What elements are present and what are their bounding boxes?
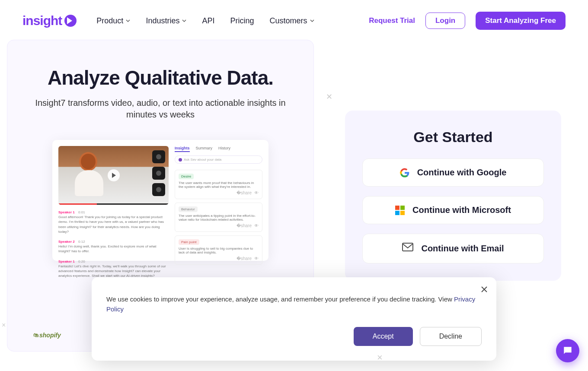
continue-google-button[interactable]: Continue with Google [362, 159, 544, 187]
mock-tab-summary: Summary [196, 146, 213, 152]
insight-card: Behavior The user anticipates a tipping … [175, 203, 262, 232]
chat-widget-button[interactable] [556, 339, 579, 362]
nav-item-label: Customers [269, 16, 307, 25]
nav-item-label: API [202, 16, 214, 25]
cookie-actions: Accept Decline [106, 327, 482, 346]
signup-card: Get Started Continue with Google Continu… [345, 111, 561, 281]
mock-tab-insights: Insights [175, 146, 190, 152]
insight-tag: Behavior [179, 206, 198, 212]
mock-insights-panel: Insights Summary History Ask Sev about y… [175, 146, 262, 255]
close-icon[interactable]: × [377, 352, 383, 363]
timestamp: 0:12 [78, 240, 85, 244]
transcript-text: Fantastic! Let's dive right in. Today, w… [58, 264, 166, 278]
nav-left: insight Product Industries API Pricing C… [22, 13, 314, 28]
hero-title: Analyze Qualitative Data. [25, 66, 296, 89]
mock-video-player [58, 146, 169, 205]
mock-search-placeholder: Ask Sev about your data [184, 158, 221, 162]
google-icon [400, 168, 409, 178]
share-icon: �share [236, 256, 252, 261]
timestamp: 0:20 [78, 260, 85, 263]
insight-body: User is struggling to sell to big compan… [179, 247, 259, 254]
auth-label: Continue with Email [421, 244, 504, 254]
insight-card: Desire The user wants more proof that th… [175, 170, 262, 199]
chevron-down-icon [182, 19, 186, 23]
share-icon: �share [236, 223, 252, 228]
chat-icon [562, 345, 573, 356]
cookie-banner: We use cookies to improve your experienc… [92, 277, 496, 361]
nav-menu: Product Industries API Pricing Customers [96, 16, 314, 25]
auth-label: Continue with Google [417, 168, 507, 178]
insight-card: Pain point User is struggling to sell to… [175, 235, 262, 265]
nav-item-label: Industries [146, 16, 179, 25]
nav-item-product[interactable]: Product [96, 16, 130, 25]
nav-item-customers[interactable]: Customers [269, 16, 314, 25]
nav-item-industries[interactable]: Industries [146, 16, 186, 25]
svg-rect-0 [403, 243, 413, 251]
logo-mark-icon [64, 15, 77, 27]
cookie-text: We use cookies to improve your experienc… [106, 295, 482, 314]
eye-icon: 👁 [254, 256, 259, 261]
mock-progress-bar [58, 203, 169, 205]
transcript-text: Good afternoon! Thank you for joining us… [58, 215, 164, 234]
nav-item-label: Pricing [230, 16, 254, 25]
brand-shopify: shopify [33, 332, 61, 339]
start-analyzing-button[interactable]: Start Analyzing Free [476, 12, 566, 30]
mock-tab-history: History [218, 146, 230, 152]
chevron-down-icon [126, 19, 130, 23]
close-icon[interactable]: × [2, 321, 6, 329]
nav-right: Request Trial Login Start Analyzing Free [369, 12, 566, 30]
mock-tabs: Insights Summary History [175, 146, 262, 152]
request-trial-link[interactable]: Request Trial [369, 16, 415, 25]
mock-transcript-panel: Speaker 1 0:01 Good afternoon! Thank you… [58, 146, 169, 255]
microsoft-icon [395, 206, 405, 215]
insight-tag: Desire [179, 174, 194, 179]
cookie-message: We use cookies to improve your experienc… [106, 295, 454, 303]
product-mock: Speaker 1 0:01 Good afternoon! Thank you… [52, 140, 268, 261]
nav-item-pricing[interactable]: Pricing [230, 16, 254, 25]
signup-title: Get Started [362, 129, 544, 146]
logo[interactable]: insight [22, 13, 77, 28]
transcript-line: Speaker 1 0:01 Good afternoon! Thank you… [58, 210, 169, 234]
nav-item-label: Product [96, 16, 123, 25]
transcript-line: Speaker 2 0:12 Hello! I'm doing well, th… [58, 239, 169, 254]
chevron-down-icon [310, 19, 314, 23]
mock-participant-thumbnails [152, 150, 165, 196]
decline-button[interactable]: Decline [420, 327, 482, 346]
email-icon [402, 243, 413, 254]
insight-body: The user wants more proof that the behav… [179, 181, 259, 189]
accept-button[interactable]: Accept [354, 327, 413, 346]
hero-subtitle: Insight7 transforms video, audio, or tex… [26, 97, 294, 120]
continue-email-button[interactable]: Continue with Email [362, 234, 544, 263]
login-button[interactable]: Login [425, 13, 465, 29]
speaker-label: Speaker 1 [58, 210, 75, 214]
logo-wordmark: insight [22, 13, 62, 28]
nav-item-api[interactable]: API [202, 16, 214, 25]
assistant-avatar-icon [179, 158, 182, 162]
transcript-text: Hello! I'm doing well, thank you. Excite… [58, 244, 157, 253]
close-icon[interactable]: ✕ [326, 92, 332, 101]
mock-search: Ask Sev about your data [175, 155, 262, 164]
share-icon: �share [236, 190, 252, 195]
close-icon[interactable] [481, 286, 488, 295]
play-icon [108, 169, 120, 181]
speaker-label: Speaker 2 [58, 240, 75, 244]
auth-label: Continue with Microsoft [412, 205, 511, 215]
speaker-label: Speaker 1 [58, 260, 75, 263]
timestamp: 0:01 [78, 210, 85, 214]
insight-body: The user anticipates a tipping point in … [179, 214, 259, 222]
continue-microsoft-button[interactable]: Continue with Microsoft [362, 196, 544, 224]
eye-icon: 👁 [254, 190, 259, 195]
insight-tag: Pain point [179, 239, 199, 245]
transcript-line: Speaker 1 0:20 Fantastic! Let's dive rig… [58, 259, 169, 279]
eye-icon: 👁 [254, 223, 259, 228]
top-nav: insight Product Industries API Pricing C… [0, 0, 588, 34]
